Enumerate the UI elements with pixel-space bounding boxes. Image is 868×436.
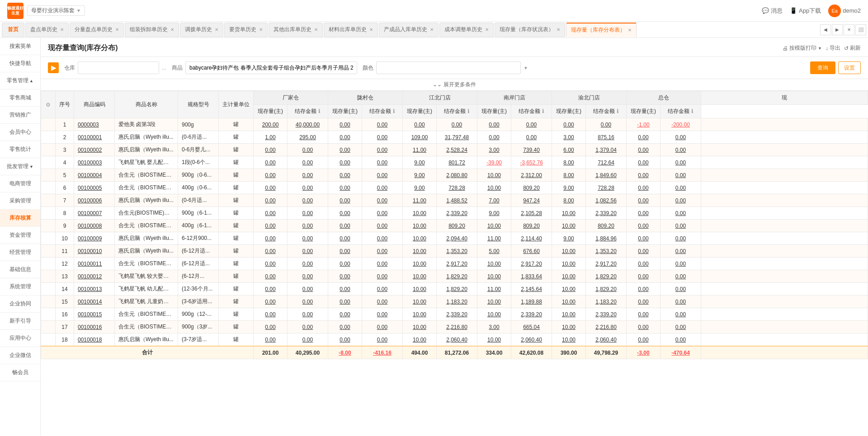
row-yubei-amt[interactable]: 1,849.60 (586, 169, 627, 182)
sidebar-item-retail[interactable]: 零售管理 ▲ (0, 72, 40, 89)
tab-close-icon[interactable]: ✕ (430, 27, 434, 32)
row-nanan-amt[interactable]: 2,312.00 (511, 169, 552, 182)
tab-home[interactable]: 首页 (2, 23, 24, 37)
row-jiangbei-qty[interactable]: 10.00 (403, 232, 437, 245)
row-nanan-qty[interactable]: 10.00 (477, 270, 511, 283)
row-longcun-qty[interactable]: 0.00 (328, 207, 362, 220)
sidebar-item-guide[interactable]: 新手引导 (0, 313, 40, 330)
row-code[interactable]: 0000003 (74, 118, 115, 131)
export-btn[interactable]: ↓ 导出 (826, 44, 840, 52)
search-expand-btn[interactable]: ▶ (48, 62, 59, 73)
row-nanan-qty[interactable]: 10.00 (477, 295, 511, 308)
row-zongcang-amt[interactable]: 0.00 (660, 245, 701, 258)
row-nanan-qty[interactable]: 10.00 (477, 169, 511, 182)
row-changjiaCun-amt[interactable]: 0.00 (288, 283, 328, 295)
row-changjiaCun-amt[interactable]: 0.00 (288, 194, 328, 207)
row-zongcang-amt[interactable]: 0.00 (660, 144, 701, 156)
row-yubei-amt[interactable]: 1,829.20 (586, 270, 627, 283)
row-nanan-qty[interactable]: 10.00 (477, 182, 511, 194)
row-nanan-qty[interactable]: 10.00 (477, 308, 511, 321)
tab-close-icon[interactable]: ✕ (215, 27, 218, 32)
row-zongcang-qty[interactable]: 0.00 (627, 194, 660, 207)
tab-close-icon[interactable]: ✕ (60, 27, 64, 32)
row-yubei-amt[interactable]: 1,353.20 (586, 245, 627, 258)
tab-nav-left[interactable]: ◀ (820, 24, 831, 35)
row-longcun-qty[interactable]: 0.00 (328, 295, 362, 308)
row-nanan-amt[interactable]: 2,060.40 (511, 333, 552, 347)
row-changjiaCun-amt[interactable]: 295.00 (288, 131, 328, 144)
row-longcun-qty[interactable]: 0.00 (328, 308, 362, 321)
row-longcun-amt[interactable]: 0.00 (362, 232, 403, 245)
row-nanan-amt[interactable]: 0.00 (511, 118, 552, 131)
warehouse-ellipsis[interactable]: ... (162, 65, 166, 71)
row-longcun-qty[interactable]: 0.00 (328, 169, 362, 182)
row-zongcang-amt[interactable]: 0.00 (660, 321, 701, 333)
row-jiangbei-amt[interactable]: 31,797.48 (437, 131, 477, 144)
row-longcun-qty[interactable]: 0.00 (328, 156, 362, 169)
row-longcun-amt[interactable]: 0.00 (362, 118, 403, 131)
industry-selector[interactable]: 母婴行业演示陈套 ▼ (27, 5, 85, 16)
settings-button[interactable]: 设置 (838, 61, 861, 74)
row-changjiaCun-amt[interactable]: 0.00 (288, 258, 328, 270)
refresh-btn[interactable]: ↺ 刷新 (844, 44, 861, 52)
row-zongcang-qty[interactable]: 0.00 (627, 207, 660, 220)
row-changjiaCun-qty[interactable]: 0.00 (254, 258, 288, 270)
row-yubei-amt[interactable]: 875.16 (586, 131, 627, 144)
row-changjiaCun-qty[interactable]: 0.00 (254, 194, 288, 207)
row-nanan-qty[interactable]: -39.00 (477, 156, 511, 169)
row-jiangbei-amt[interactable]: 0.00 (437, 118, 477, 131)
user-menu[interactable]: Ea demo2 (828, 5, 861, 17)
row-zongcang-qty[interactable]: 0.00 (627, 144, 660, 156)
row-nanan-amt[interactable]: 0.00 (511, 131, 552, 144)
row-zongcang-amt[interactable]: 0.00 (660, 295, 701, 308)
sidebar-item-basic[interactable]: 基础信息 (0, 261, 40, 278)
sidebar-item-member2[interactable]: 畅会员 (0, 364, 40, 381)
row-nanan-amt[interactable]: 1,833.64 (511, 270, 552, 283)
row-longcun-amt[interactable]: 0.00 (362, 182, 403, 194)
tab-close-icon[interactable]: ✕ (170, 27, 174, 32)
row-yubei-qty[interactable]: 9.00 (552, 182, 586, 194)
sidebar-item-search[interactable]: 搜索英单 (0, 38, 40, 55)
sidebar-item-ecommerce[interactable]: 电商管理 (0, 175, 40, 192)
row-changjiaCun-amt[interactable]: 0.00 (288, 308, 328, 321)
row-code[interactable]: 00100007 (74, 207, 115, 220)
tab-chengpin[interactable]: 产成品入库单历史 ✕ (379, 23, 439, 37)
row-jiangbei-amt[interactable]: 809.20 (437, 220, 477, 232)
row-longcun-amt[interactable]: 0.00 (362, 169, 403, 182)
row-changjiaCun-amt[interactable]: 0.00 (288, 207, 328, 220)
row-longcun-qty[interactable]: 0.00 (328, 333, 362, 347)
row-yubei-amt[interactable]: 1,379.04 (586, 144, 627, 156)
sidebar-item-appcenter[interactable]: 应用中心 (0, 330, 40, 347)
tab-diaopo[interactable]: 调拨单历史 ✕ (180, 23, 223, 37)
row-zongcang-amt[interactable]: 0.00 (660, 156, 701, 169)
row-yubei-amt[interactable]: 2,339.20 (586, 207, 627, 220)
row-nanan-amt[interactable]: -3,652.76 (511, 156, 552, 169)
row-jiangbei-qty[interactable]: 0.00 (403, 118, 437, 131)
color-input[interactable] (376, 61, 521, 74)
row-changjiaCun-qty[interactable]: 0.00 (254, 321, 288, 333)
row-zongcang-qty[interactable]: 0.00 (627, 182, 660, 194)
row-jiangbei-qty[interactable]: 10.00 (403, 220, 437, 232)
row-code[interactable]: 00100004 (74, 169, 115, 182)
row-jiangbei-qty[interactable]: 10.00 (403, 321, 437, 333)
row-changjiaCun-qty[interactable]: 200.00 (254, 118, 288, 131)
row-jiangbei-amt[interactable]: 2,528.24 (437, 144, 477, 156)
row-yubei-qty[interactable]: 8.00 (552, 169, 586, 182)
row-yubei-amt[interactable]: 1,884.96 (586, 232, 627, 245)
tab-nav-right[interactable]: ▶ (832, 24, 843, 35)
tab-close-icon[interactable]: ✕ (369, 27, 373, 32)
warehouse-input[interactable] (78, 61, 159, 74)
sidebar-item-operations[interactable]: 经营管理 (0, 244, 40, 261)
row-yubei-amt[interactable]: 0.00 (586, 118, 627, 131)
row-yubei-amt[interactable]: 2,216.80 (586, 321, 627, 333)
row-longcun-amt[interactable]: 0.00 (362, 321, 403, 333)
sidebar-item-retailstat[interactable]: 零售统计 (0, 141, 40, 158)
row-changjiaCun-qty[interactable]: 1.00 (254, 131, 288, 144)
tab-xiancun-fenbu[interactable]: 现存量（库存分布表）✕ (566, 23, 637, 37)
expand-conditions-link[interactable]: ⌄⌄ 展开更多条件 (433, 81, 476, 88)
row-jiangbei-amt[interactable]: 1,183.20 (437, 295, 477, 308)
row-jiangbei-qty[interactable]: 10.00 (403, 270, 437, 283)
row-changjiaCun-amt[interactable]: 0.00 (288, 270, 328, 283)
row-yubei-qty[interactable]: 10.00 (552, 207, 586, 220)
row-code[interactable]: 00100009 (74, 232, 115, 245)
